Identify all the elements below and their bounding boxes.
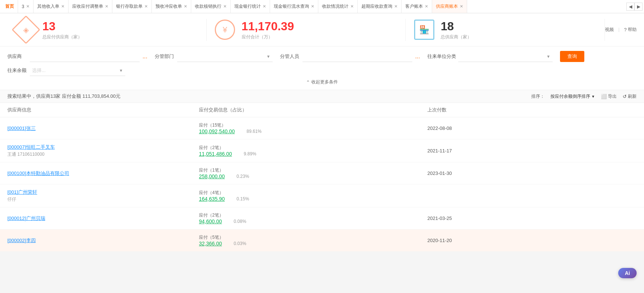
table-body: [000001]张三 应付（15笔） 100,092,540.00 89.61%… [0, 117, 644, 252]
row4-tx-amount[interactable]: 164,635.90 [199, 196, 225, 202]
close-tab-cash-stats[interactable]: ✕ [263, 4, 266, 9]
refresh-button[interactable]: ↺ 刷新 [623, 93, 637, 100]
category-select[interactable]: ▼ [458, 51, 553, 62]
close-tab-customer-book[interactable]: ✕ [425, 4, 428, 9]
close-tab-bank[interactable]: ✕ [144, 4, 148, 9]
export-button[interactable]: ⬜ 导出 [601, 93, 617, 100]
tab-adjustment-label: 应收应付调整单 [72, 3, 103, 10]
query-button[interactable]: 查询 [560, 51, 584, 62]
video-link[interactable]: 视频 [605, 27, 614, 33]
row3-supplier-link[interactable]: [000100]本特勤油品有限公司 [7, 170, 199, 177]
collapse-filters-button[interactable]: ⌃ 收起更多条件 [7, 79, 637, 85]
nav-tab-overdue[interactable]: 超期应收款查询 ✕ [358, 0, 402, 13]
row5-tx-amount[interactable]: 94,600.00 [199, 218, 222, 224]
table-row: [000001]张三 应付（15笔） 100,092,540.00 89.61%… [0, 117, 644, 139]
row5-supplier-link[interactable]: [000012]广州贝瑞 [7, 215, 199, 222]
row5-tx-label: 应付（2笔） [199, 212, 427, 218]
row1-supplier: [000001]张三 [7, 125, 199, 132]
nav-tab-supplier-book[interactable]: 供应商账本 ✕ [432, 0, 467, 13]
nav-tab-other-income[interactable]: 其他收入单 ✕ [34, 0, 69, 13]
row3-lastpay-date: 2023-01-30 [427, 170, 452, 176]
refresh-label: 刷新 [628, 93, 637, 100]
nav-tab-adjustment[interactable]: 应收应付调整单 ✕ [69, 0, 112, 13]
row6-supplier-link[interactable]: [000002]李四 [7, 237, 199, 244]
sort-select[interactable]: 按应付余额倒序排序 ▼ [550, 93, 595, 100]
row1-lastpay-date: 2022-08-08 [427, 125, 452, 131]
supplier-icon: ◈ [15, 19, 37, 41]
supplier-input[interactable] [30, 51, 140, 62]
filter-supplier: 供应商 ... [7, 51, 147, 62]
row5-transactions: 应付（2笔） 94,600.00 0.08% [199, 212, 427, 224]
nav-tab-prepayment[interactable]: 预收冲应收单 ✕ [152, 0, 191, 13]
table-row: [000012]广州贝瑞 应付（2笔） 94,600.00 0.08% 2021… [0, 207, 644, 230]
header-transactions: 应付交易信息（占比） [199, 107, 427, 113]
close-tab-collection[interactable]: ✕ [223, 4, 227, 9]
ai-button[interactable]: Ai [618, 268, 637, 278]
tab-supplier-book-label: 供应商账本 [436, 3, 458, 10]
tab-collection-label: 收款核销执行 [195, 3, 221, 10]
supplier-filter-label: 供应商 [7, 53, 28, 60]
person-dots[interactable]: ... [415, 53, 420, 60]
close-tab-prepayment[interactable]: ✕ [184, 4, 187, 9]
row2-transactions: 应付（2笔） 11,051,486.00 9.89% [199, 145, 427, 157]
row2-contact: 王通 17106110000 [7, 151, 199, 158]
summary-item-payable-suppliers: ◈ 13 总应付供应商（家） [7, 19, 207, 41]
refresh-icon: ↺ [623, 94, 627, 99]
row3-tx-percent: 0.23% [237, 174, 249, 179]
result-bar: 搜索结果中，供应商13家 应付金额 111,703,854.00元 排序： 按应… [0, 90, 644, 103]
nav-next-arrow[interactable]: ▶ [634, 3, 643, 11]
row4-supplier-link[interactable]: [001]广州荣轩 [7, 189, 199, 196]
nav-tab-3[interactable]: 3 ✕ [18, 0, 34, 13]
row6-tx-amount[interactable]: 32,366.00 [199, 241, 222, 247]
close-tab-cash-flow[interactable]: ✕ [311, 4, 314, 9]
nav-tab-bank[interactable]: 银行存取款单 ✕ [112, 0, 152, 13]
nav-tab-customer-book[interactable]: 客户账本 ✕ [402, 0, 432, 13]
total-payable-label: 应付合计（万） [242, 34, 398, 40]
tab-customer-book-label: 客户账本 [405, 3, 423, 10]
balance-filter-label: 往来余额 [7, 67, 28, 74]
close-tab-adjustment[interactable]: ✕ [105, 4, 108, 9]
nav-tab-cash-flow[interactable]: 现金银行流水查询 ✕ [270, 0, 318, 13]
sort-label: 排序： [531, 93, 545, 100]
filter-row-1: 供应商 ... 分管部门 ▼ 分管人员 ... 往来单位分类 ▼ 查询 [7, 51, 637, 62]
nav-tab-home[interactable]: 首页 [1, 0, 18, 13]
nav-tab-collection[interactable]: 收款核销执行 ✕ [191, 0, 231, 13]
balance-select[interactable]: 选择... ▼ [30, 65, 125, 76]
close-tab-supplier-book[interactable]: ✕ [460, 4, 463, 9]
dept-select[interactable]: ▼ [177, 51, 273, 62]
table-row: [001]广州荣轩 仔仔 应付（4笔） 164,635.90 0.15% [0, 185, 644, 207]
tab-bank-label: 银行存取款单 [116, 3, 143, 10]
row2-supplier-link[interactable]: [000007]恒旺二手叉车 [7, 144, 199, 151]
nav-prev-arrow[interactable]: ◀ [626, 3, 634, 11]
export-icon: ⬜ [601, 94, 607, 99]
row5-lastpay-date: 2021-03-25 [427, 216, 452, 221]
row2-lastpay-date: 2021-11-17 [427, 148, 452, 154]
category-filter-label: 往来单位分类 [427, 53, 456, 60]
close-tab-overdue[interactable]: ✕ [394, 4, 398, 9]
row3-tx-amount[interactable]: 258,000.00 [199, 173, 225, 179]
home-label: 首页 [5, 3, 14, 10]
row4-contact: 仔仔 [7, 196, 199, 203]
summary-info-2: 11,170.39 应付合计（万） [242, 19, 398, 40]
row4-tx-percent: 0.15% [237, 196, 249, 201]
top-navigation: 首页 3 ✕ 其他收入单 ✕ 应收应付调整单 ✕ 银行存取款单 ✕ 预收冲应收单… [0, 0, 644, 13]
person-input[interactable] [302, 51, 412, 62]
nav-tab-payment-stats[interactable]: 收款情况统计 ✕ [318, 0, 358, 13]
total-suppliers-number: 18 [441, 19, 597, 33]
top-right-links: 视频 ｜ ? 帮助 [605, 27, 637, 33]
row3-tx-label: 应付（1笔） [199, 167, 427, 173]
row1-tx-amount[interactable]: 100,092,540.00 [199, 128, 235, 134]
row2-tx-amount[interactable]: 11,051,486.00 [199, 151, 232, 157]
help-link[interactable]: ? 帮助 [624, 27, 637, 33]
nav-tab-cash-stats[interactable]: 现金银行统计 ✕ [231, 0, 270, 13]
close-tab-3[interactable]: ✕ [26, 4, 29, 9]
collapse-icon: ⌃ [306, 80, 310, 85]
balance-chevron-icon: ▼ [119, 68, 123, 73]
balance-placeholder: 选择... [32, 67, 46, 74]
summary-info-1: 13 总应付供应商（家） [42, 19, 199, 40]
close-tab-other-income[interactable]: ✕ [61, 4, 64, 9]
close-tab-payment-stats[interactable]: ✕ [350, 4, 354, 9]
row1-supplier-link[interactable]: [000001]张三 [7, 125, 199, 132]
row3-supplier: [000100]本特勤油品有限公司 [7, 170, 199, 177]
supplier-dots[interactable]: ... [143, 53, 147, 60]
